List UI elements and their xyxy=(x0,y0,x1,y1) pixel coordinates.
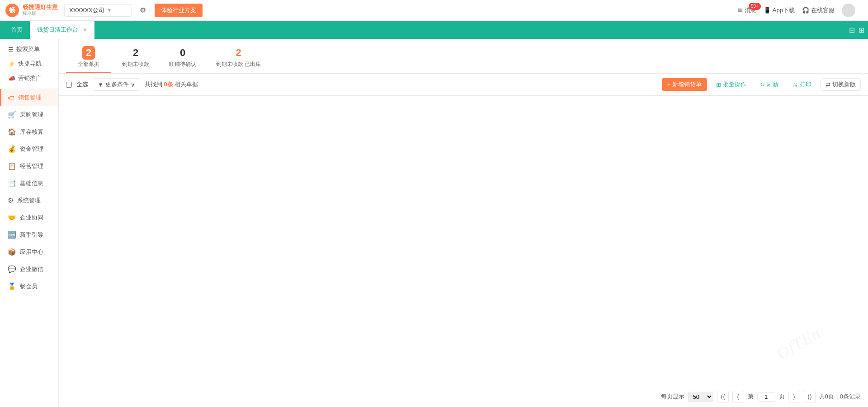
inventory-icon: 🏠 xyxy=(8,128,16,136)
purchase-icon: 🛒 xyxy=(8,111,16,119)
company-selector[interactable]: XXXXXX公司 ▼ xyxy=(64,4,132,17)
chevron-down-icon: ▼ xyxy=(107,8,112,13)
marketing-button[interactable]: 📣 营销推广 xyxy=(5,71,54,85)
sidebar-item-purchase-label: 采购管理 xyxy=(20,111,43,119)
prev-page-button[interactable]: ⟨ xyxy=(732,391,744,402)
select-all-label: 全选 xyxy=(76,80,88,89)
operations-icon: 📋 xyxy=(8,162,16,170)
add-sales-order-button[interactable]: + 新增销货单 xyxy=(662,78,707,91)
tab-minimize-icon[interactable]: ⊟ xyxy=(849,26,855,34)
marketing-label: 营销推广 xyxy=(18,74,42,82)
next-page-button[interactable]: ⟩ xyxy=(788,391,800,402)
sidebar-item-enterprise[interactable]: 🤝 企业协同 xyxy=(0,209,58,226)
stat-tab-all[interactable]: 2 全部单据 xyxy=(66,43,111,73)
tab-expand-icon[interactable]: ⊞ xyxy=(859,26,864,34)
message-icon: ✉ xyxy=(738,7,743,14)
page-label: 第 xyxy=(748,393,754,401)
app-subtitle: 标准版 xyxy=(23,10,58,17)
avatar[interactable] xyxy=(842,4,855,17)
stat-shipped-number: 2 xyxy=(232,46,245,60)
page-input[interactable] xyxy=(757,392,775,402)
sidebar-item-system[interactable]: ⚙ 系统管理 xyxy=(0,192,58,209)
print-label: 打印 xyxy=(800,80,811,89)
app-download-label: App下载 xyxy=(773,6,795,14)
service-icon: 🎧 xyxy=(802,7,809,14)
sidebar-item-basic-info[interactable]: 📑 基础信息 xyxy=(0,175,58,192)
sidebar-item-member[interactable]: 🏅 畅会员 xyxy=(0,278,58,295)
online-service-button[interactable]: 🎧 在线客服 xyxy=(802,6,835,14)
sidebar-item-operations-label: 经营管理 xyxy=(20,162,43,170)
switch-icon: ⇄ xyxy=(826,81,830,88)
sidebar-item-enterprise-label: 企业协同 xyxy=(20,214,43,222)
gear-icon: ⚙ xyxy=(140,6,146,14)
sidebar-item-appstore[interactable]: 📦 应用中心 xyxy=(0,243,58,261)
print-button[interactable]: 🖨 打印 xyxy=(788,79,816,90)
sidebar-item-sales[interactable]: 🏷 销售管理 xyxy=(0,89,58,106)
top-right-area: ✉ 消息 99+ 📱 App下载 🎧 在线客服 xyxy=(738,4,863,17)
trial-button[interactable]: 体验行业方案 xyxy=(155,4,203,17)
per-page-select[interactable]: 50 100 200 xyxy=(688,392,713,402)
sidebar-item-finance[interactable]: 💰 资金管理 xyxy=(0,140,58,158)
sidebar-top-actions: ☰ 搜索菜单 ⚡ 快捷导航 📣 营销推广 xyxy=(0,39,58,89)
tab-close-icon[interactable]: ✕ xyxy=(83,27,87,33)
main-layout: ☰ 搜索菜单 ⚡ 快捷导航 📣 营销推广 🏷 销售管理 🛒 采购管理 🏠 库存核… xyxy=(0,39,868,407)
tab-home-label: 首页 xyxy=(11,26,23,34)
found-count: 0条 xyxy=(164,81,173,88)
finance-icon: 💰 xyxy=(8,145,16,153)
stat-all-label: 全部单据 xyxy=(78,61,99,68)
stat-shipped-label: 到期未收款 已出库 xyxy=(216,61,261,68)
last-page-button[interactable]: ⟩⟩ xyxy=(804,391,816,402)
tab-home[interactable]: 首页 xyxy=(4,21,30,39)
refresh-button[interactable]: ↻ 刷新 xyxy=(755,79,783,90)
settings-button[interactable]: ⚙ xyxy=(136,3,150,18)
pagination: 每页显示 50 100 200 ⟨⟨ ⟨ 第 页 ⟩ ⟩⟩ 共0页，0条记录 xyxy=(59,386,868,407)
stat-tab-shipped[interactable]: 2 到期未收款 已出库 xyxy=(207,43,270,73)
sidebar-item-wechat-label: 企业微信 xyxy=(20,265,43,273)
app-title: 畅捷通好生意 xyxy=(23,4,58,11)
filter-label: 更多条件 xyxy=(105,80,129,89)
print-icon: 🖨 xyxy=(792,81,798,88)
sidebar-item-guide[interactable]: 🆕 新手引导 xyxy=(0,226,58,243)
sales-icon: 🏷 xyxy=(8,94,14,102)
quick-nav-label: 快捷导航 xyxy=(18,60,42,68)
search-menu-button[interactable]: ☰ 搜索菜单 xyxy=(5,42,54,56)
online-service-label: 在线客服 xyxy=(811,6,835,14)
stat-pending-number: 0 xyxy=(176,46,189,60)
stat-tab-overdue[interactable]: 2 到期未收款 xyxy=(113,43,158,73)
toolbar-left: 全选 ▼ 更多条件 ∨ 共找到 0条 相关单据 xyxy=(66,78,657,91)
app-download-button[interactable]: 📱 App下载 xyxy=(764,6,795,14)
basic-info-icon: 📑 xyxy=(8,179,16,187)
guide-icon: 🆕 xyxy=(8,231,16,239)
marketing-icon: 📣 xyxy=(8,75,15,82)
table-area xyxy=(59,96,868,386)
content-area: 2 全部单据 2 到期未收款 0 旺铺待确认 2 到期未收款 已出库 全选 xyxy=(59,39,868,407)
batch-operation-button[interactable]: ⊞ 批量操作 xyxy=(712,79,751,90)
sidebar-item-basic-info-label: 基础信息 xyxy=(20,179,43,187)
quick-nav-button[interactable]: ⚡ 快捷导航 xyxy=(5,57,54,70)
select-all-checkbox[interactable] xyxy=(66,82,72,88)
search-icon: ☰ xyxy=(8,46,14,53)
sidebar-item-member-label: 畅会员 xyxy=(20,282,38,290)
found-text: 共找到 0条 相关单据 xyxy=(145,80,198,89)
switch-version-button[interactable]: ⇄ 切换新版 xyxy=(821,78,861,91)
total-info: 共0页，0条记录 xyxy=(819,393,861,401)
wechat-icon: 💬 xyxy=(8,265,16,273)
tab-bar: 首页 钱货日清工作台 ✕ ⊟ ⊞ xyxy=(0,21,868,39)
top-bar: 畅 畅捷通好生意 标准版 XXXXXX公司 ▼ ⚙ 体验行业方案 ✉ 消息 99… xyxy=(0,0,868,21)
first-page-button[interactable]: ⟨⟨ xyxy=(717,391,729,402)
switch-label: 切换新版 xyxy=(832,80,856,89)
filter-button[interactable]: ▼ 更多条件 ∨ xyxy=(93,78,140,91)
sidebar-item-purchase[interactable]: 🛒 采购管理 xyxy=(0,106,58,123)
tab-workbench[interactable]: 钱货日清工作台 ✕ xyxy=(30,21,94,39)
sidebar-item-inventory[interactable]: 🏠 库存核算 xyxy=(0,123,58,140)
batch-label: 批量操作 xyxy=(723,80,746,89)
filter-icon: ▼ xyxy=(98,81,104,88)
stat-pending-label: 旺铺待确认 xyxy=(169,61,196,68)
tab-bar-actions: ⊟ ⊞ xyxy=(849,26,864,34)
logo-area: 畅 畅捷通好生意 标准版 xyxy=(5,4,64,17)
enterprise-icon: 🤝 xyxy=(8,214,16,222)
sidebar-item-wechat[interactable]: 💬 企业微信 xyxy=(0,261,58,278)
stat-tab-pending[interactable]: 0 旺铺待确认 xyxy=(160,43,205,73)
message-button[interactable]: ✉ 消息 99+ xyxy=(738,6,756,14)
sidebar-item-operations[interactable]: 📋 经营管理 xyxy=(0,158,58,175)
